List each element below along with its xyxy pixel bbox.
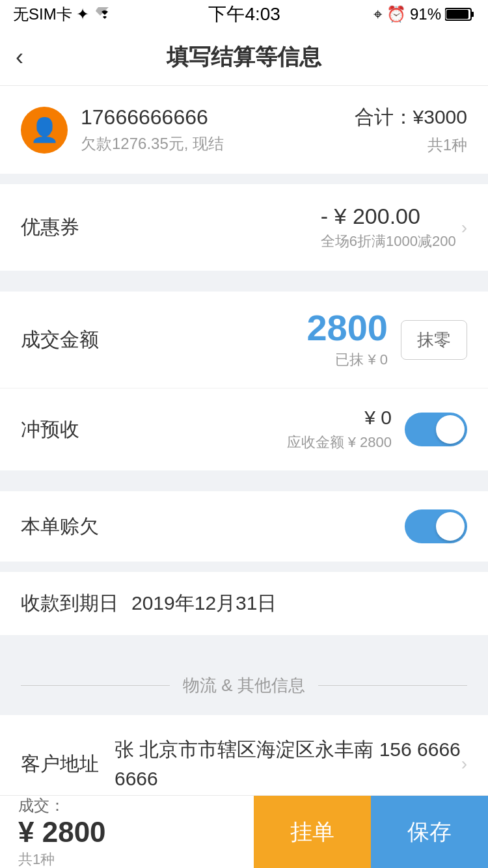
avatar-icon: 👤 [30,116,59,144]
section-gap-2 [0,481,488,491]
prepay-amount: ¥ 0 应收金额 ¥ 2800 [287,407,392,452]
bottom-deal-label: 成交： [18,796,65,814]
user-card: 👤 17666666666 欠款1276.35元, 现结 合计：¥3000 共1… [0,86,488,174]
prepay-row: 冲预收 ¥ 0 应收金额 ¥ 2800 [0,388,488,470]
coupon-desc: 全场6折满1000减200 [321,232,456,251]
page-title: 填写结算等信息 [167,42,321,72]
divider-line-left [21,685,170,686]
user-debt: 欠款1276.35元, 现结 [81,133,224,154]
prepay-value: ¥ 0 [287,407,392,429]
user-phone: 17666666666 [81,105,224,129]
content: 👤 17666666666 欠款1276.35元, 现结 合计：¥3000 共1… [0,86,488,868]
coupon-discount: - ¥ 200.00 [321,204,456,229]
toggle-knob [436,415,465,444]
prepay-toggle[interactable] [405,413,467,446]
deal-amount-label: 成交金额 [21,327,99,353]
divider-line-right [318,685,467,686]
svg-rect-2 [446,10,468,19]
address-value: 张 北京市市辖区海淀区永丰南 156 6666 6666 [115,735,461,793]
deal-amount-sub: 已抹 ¥ 0 [306,350,388,370]
address-label: 客户地址 [21,751,99,778]
debt-row: 本单赊欠 [0,491,488,562]
battery-level: 91% [410,5,441,23]
deal-section: 成交金额 2800 已抹 ¥ 0 抹零 冲预收 ¥ 0 应收金额 ¥ 2800 [0,292,488,470]
save-button[interactable]: 保存 [371,796,488,869]
prepay-sub: 应收金额 ¥ 2800 [287,433,392,452]
bottom-deal-count: 共1种 [18,850,236,868]
section-divider: 物流 & 其他信息 [0,656,488,715]
battery-icon [445,7,475,21]
hold-button[interactable]: 挂单 [254,796,371,869]
debt-toggle[interactable] [405,509,467,543]
sim-status: 无SIM卡 ✦ [13,4,89,25]
location-icon: ⌖ [373,5,383,23]
user-total: 合计：¥3000 共1种 [355,104,467,156]
section-gap-3 [0,645,488,656]
status-time: 下午4:03 [208,2,280,27]
debt-toggle-knob [436,512,465,541]
due-date-value: 2019年12月31日 [131,590,277,617]
due-date-label: 收款到期日 [21,590,118,617]
deal-amount-row: 成交金额 2800 已抹 ¥ 0 抹零 [0,292,488,388]
back-button[interactable]: ‹ [16,44,23,71]
status-right: ⌖ ⏰ 91% [373,5,475,23]
divider-text: 物流 & 其他信息 [183,674,305,697]
status-left: 无SIM卡 ✦ [13,4,115,25]
round-button[interactable]: 抹零 [401,320,467,360]
bottom-deal-amount: ¥ 2800 [18,816,236,848]
deal-right: 2800 已抹 ¥ 0 抹零 [306,310,467,370]
total-count: 共1种 [355,135,467,156]
coupon-row[interactable]: 优惠券 - ¥ 200.00 全场6折满1000减200 › [0,184,488,271]
wifi-icon [94,7,115,21]
coupon-right: - ¥ 200.00 全场6折满1000减200 › [321,204,467,251]
bottom-deal-info: 成交： ¥ 2800 共1种 [0,794,254,868]
total-amount: 合计：¥3000 [355,104,467,131]
bottom-bar: 成交： ¥ 2800 共1种 挂单 保存 [0,795,488,868]
address-chevron-icon: › [461,753,467,774]
status-bar: 无SIM卡 ✦ 下午4:03 ⌖ ⏰ 91% [0,0,488,29]
user-details: 17666666666 欠款1276.35元, 现结 [81,105,224,154]
user-info: 👤 17666666666 欠款1276.35元, 现结 [21,105,224,154]
due-date-row: 收款到期日 2019年12月31日 [0,572,488,635]
deal-amount-value: 2800 [306,310,388,346]
prepay-right: ¥ 0 应收金额 ¥ 2800 [287,407,467,452]
prepay-label: 冲预收 [21,416,79,443]
debt-label: 本单赊欠 [21,513,99,540]
section-gap [0,281,488,292]
coupon-chevron-icon: › [461,217,467,238]
svg-rect-1 [471,12,474,17]
coupon-label: 优惠券 [21,214,79,241]
alarm-icon: ⏰ [386,5,406,23]
avatar: 👤 [21,107,68,154]
nav-bar: ‹ 填写结算等信息 [0,29,488,86]
